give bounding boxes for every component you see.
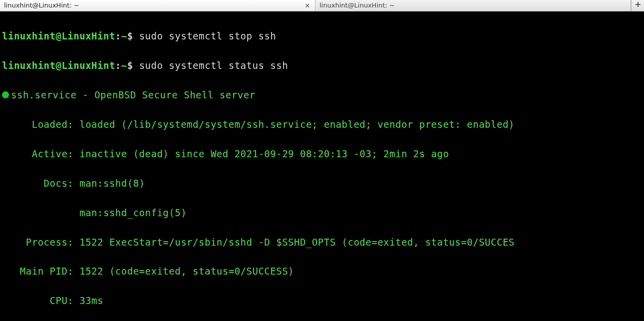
prompt-sep: :	[115, 60, 121, 71]
prompt-user: linuxhint@LinuxHint	[2, 30, 115, 41]
command-line: linuxhint@LinuxHint:~$ sudo systemctl st…	[2, 29, 642, 43]
plus-icon	[635, 0, 641, 11]
status-dot-icon	[2, 91, 9, 98]
status-header: ssh.service - OpenBSD Secure Shell serve…	[2, 88, 642, 102]
prompt-user: linuxhint@LinuxHint	[2, 60, 115, 71]
status-cpu: CPU: 33ms	[2, 294, 642, 308]
command-text: sudo systemctl stop ssh	[139, 30, 277, 41]
status-loaded: Loaded: loaded (/lib/systemd/system/ssh.…	[2, 117, 642, 132]
command-line: linuxhint@LinuxHint:~$ sudo systemctl st…	[2, 58, 642, 73]
tab-title: linuxhint@LinuxHint: ~	[320, 0, 627, 10]
terminal-output[interactable]: linuxhint@LinuxHint:~$ sudo systemctl st…	[0, 11, 644, 321]
prompt-path: ~	[121, 60, 127, 71]
status-docs: Docs: man:sshd(8)	[2, 176, 642, 191]
close-icon[interactable]: ✕	[304, 2, 311, 9]
tab-title: linuxhint@LinuxHint: ~	[4, 0, 301, 10]
prompt-path: ~	[121, 30, 127, 41]
status-active: Active: inactive (dead) since Wed 2021-0…	[2, 147, 642, 161]
status-docs-2: man:sshd_config(5)	[2, 206, 642, 220]
terminal-tab-2[interactable]: linuxhint@LinuxHint: ~	[316, 0, 631, 11]
status-process: Process: 1522 ExecStart=/usr/sbin/sshd -…	[2, 235, 642, 250]
unit-desc: OpenBSD Secure Shell server	[94, 89, 255, 100]
prompt-dollar: $	[127, 60, 133, 71]
terminal-tab-1[interactable]: linuxhint@LinuxHint: ~ ✕	[0, 0, 316, 11]
command-text: sudo systemctl status ssh	[139, 60, 288, 71]
tab-bar: linuxhint@LinuxHint: ~ ✕ linuxhint@Linux…	[0, 0, 644, 11]
prompt-dollar: $	[127, 30, 133, 41]
unit-name: ssh.service -	[11, 89, 94, 100]
prompt-sep: :	[115, 30, 121, 41]
status-mainpid: Main PID: 1522 (code=exited, status=0/SU…	[2, 264, 642, 279]
new-tab-button[interactable]	[631, 0, 644, 11]
